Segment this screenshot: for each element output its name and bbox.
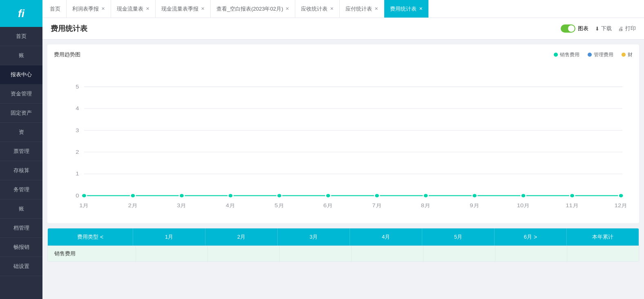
th-month-3: 3月	[278, 228, 350, 246]
svg-point-31	[423, 194, 428, 198]
td-sales-m4	[352, 246, 423, 261]
tab-close-receivable[interactable]: ✕	[330, 6, 334, 11]
main-area: 首页 利润表季报 ✕ 现金流量表 ✕ 现金流量表季报 ✕ 查看_空白报表(202…	[42, 0, 644, 299]
svg-text:10月: 10月	[517, 203, 530, 209]
legend-sales: 销售费用	[554, 51, 579, 58]
sidebar-item-fixed-assets[interactable]: 固定资产	[0, 104, 42, 123]
svg-text:3: 3	[76, 128, 79, 133]
td-sales-label: 销售费用	[48, 246, 136, 261]
page-title: 费用统计表	[51, 24, 87, 33]
legend-label-admin: 管理费用	[594, 51, 613, 58]
tab-bar: 首页 利润表季报 ✕ 现金流量表 ✕ 现金流量表季报 ✕ 查看_空白报表(202…	[42, 0, 644, 18]
tab-cashflow-quarterly[interactable]: 现金流量表季报 ✕	[156, 0, 211, 18]
sidebar-logo: fi	[0, 0, 42, 27]
tab-blank-report[interactable]: 查看_空白报表(2023年02月) ✕	[211, 0, 295, 18]
svg-text:4: 4	[76, 106, 79, 111]
legend-label-sales: 销售费用	[560, 51, 579, 58]
svg-text:2: 2	[76, 149, 79, 155]
svg-text:7月: 7月	[372, 203, 381, 209]
svg-text:2月: 2月	[128, 203, 138, 209]
tab-close-payable[interactable]: ✕	[374, 6, 378, 11]
sidebar-item-account[interactable]: 账	[0, 46, 42, 65]
sidebar-item-expense[interactable]: 畅报销	[0, 238, 42, 257]
svg-point-35	[618, 194, 623, 198]
td-sales-m2	[208, 246, 280, 261]
sidebar-item-basic-settings[interactable]: 础设置	[0, 257, 42, 276]
sidebar-item-ticket-mgmt[interactable]: 票管理	[0, 142, 42, 161]
svg-point-28	[277, 194, 282, 198]
prev-arrow-button[interactable]: <	[100, 234, 103, 240]
sidebar-item-service-mgmt[interactable]: 务管理	[0, 180, 42, 199]
download-label: 下载	[601, 25, 612, 32]
sidebar-item-ledger[interactable]: 账	[0, 199, 42, 219]
svg-point-33	[521, 194, 526, 198]
tab-receivable[interactable]: 应收统计表 ✕	[295, 0, 340, 18]
svg-text:3月: 3月	[177, 203, 186, 209]
content-area: 费用统计表 图表 ⬇ 下载 🖨 打印 费用趋势图	[42, 18, 644, 299]
th-month-1: 1月	[133, 228, 205, 246]
chart-title: 费用趋势图	[54, 51, 80, 58]
table-section: 费用类型 < 1月 2月 3月 4月 5月 6月 > 本年累计 销售费用	[47, 228, 639, 262]
svg-point-24	[82, 194, 87, 198]
chart-toggle[interactable]	[561, 24, 575, 33]
svg-point-26	[179, 194, 184, 198]
legend-label-finance: 财	[628, 51, 633, 58]
tab-close-cashflow[interactable]: ✕	[146, 6, 149, 11]
svg-text:0: 0	[76, 193, 79, 199]
svg-point-30	[374, 194, 379, 198]
svg-point-29	[325, 194, 330, 198]
svg-text:9月: 9月	[470, 203, 479, 209]
svg-text:4月: 4月	[226, 203, 235, 209]
sidebar-item-inventory[interactable]: 存核算	[0, 161, 42, 180]
legend-admin: 管理费用	[588, 51, 613, 58]
page-header: 费用统计表 图表 ⬇ 下载 🖨 打印	[42, 18, 644, 40]
tab-profit-quarterly[interactable]: 利润表季报 ✕	[67, 0, 111, 18]
download-icon: ⬇	[595, 26, 599, 32]
print-icon: 🖨	[618, 26, 624, 32]
sidebar-item-report-center[interactable]: 报表中心	[0, 65, 42, 84]
th-yearly-total: 本年累计	[567, 228, 639, 246]
tab-close-expense-stat[interactable]: ✕	[419, 6, 423, 11]
svg-text:1: 1	[76, 171, 79, 177]
tab-expense-stat[interactable]: 费用统计表 ✕	[384, 0, 429, 18]
legend-dot-sales	[554, 53, 558, 57]
sidebar-item-fund-mgmt[interactable]: 资金管理	[0, 84, 42, 104]
td-sales-m3	[280, 246, 352, 261]
svg-point-34	[570, 194, 575, 198]
print-button[interactable]: 🖨 打印	[618, 25, 636, 32]
td-sales-m1	[136, 246, 208, 261]
svg-point-32	[472, 194, 477, 198]
th-month-2: 2月	[205, 228, 278, 246]
tab-home[interactable]: 首页	[44, 0, 67, 18]
next-arrow-button[interactable]: >	[534, 234, 537, 240]
sidebar: fi 首页 账 报表中心 资金管理 固定资产 资 票管理 存核算 务管理 账 档…	[0, 0, 42, 299]
chart-toggle-wrap[interactable]: 图表	[561, 24, 588, 33]
tab-close-cashflow-quarterly[interactable]: ✕	[201, 6, 205, 11]
tab-cashflow[interactable]: 现金流量表 ✕	[111, 0, 156, 18]
sidebar-item-archive-mgmt[interactable]: 档管理	[0, 219, 42, 238]
svg-text:6月: 6月	[323, 203, 333, 209]
svg-text:1月: 1月	[79, 203, 89, 209]
svg-point-27	[228, 194, 233, 198]
chart-header: 费用趋势图 销售费用 管理费用 财	[54, 51, 633, 58]
td-sales-m6	[495, 246, 567, 261]
legend-dot-finance	[622, 53, 626, 57]
chart-legend: 销售费用 管理费用 财	[554, 51, 633, 58]
sidebar-item-capital[interactable]: 资	[0, 123, 42, 142]
chart-svg: 5 4 3 2 1 0 1月 2月 3月 4月 5月 6月 7月	[54, 62, 633, 217]
sidebar-item-home[interactable]: 首页	[0, 27, 42, 46]
th-expense-type: 费用类型 <	[48, 228, 133, 246]
td-sales-m5	[423, 246, 495, 261]
tab-payable[interactable]: 应付统计表 ✕	[340, 0, 384, 18]
table-row-sales: 销售费用	[48, 246, 639, 261]
legend-finance: 财	[622, 51, 633, 58]
svg-text:12月: 12月	[615, 203, 628, 209]
svg-point-25	[130, 194, 135, 198]
tab-close-profit-quarterly[interactable]: ✕	[101, 6, 105, 11]
table-header-row: 费用类型 < 1月 2月 3月 4月 5月 6月 > 本年累计	[48, 228, 639, 246]
tab-close-blank-report[interactable]: ✕	[285, 6, 289, 11]
download-button[interactable]: ⬇ 下载	[595, 25, 612, 32]
td-sales-yearly	[567, 246, 639, 261]
toggle-label: 图表	[578, 25, 588, 32]
chart-container: 5 4 3 2 1 0 1月 2月 3月 4月 5月 6月 7月	[54, 62, 633, 217]
